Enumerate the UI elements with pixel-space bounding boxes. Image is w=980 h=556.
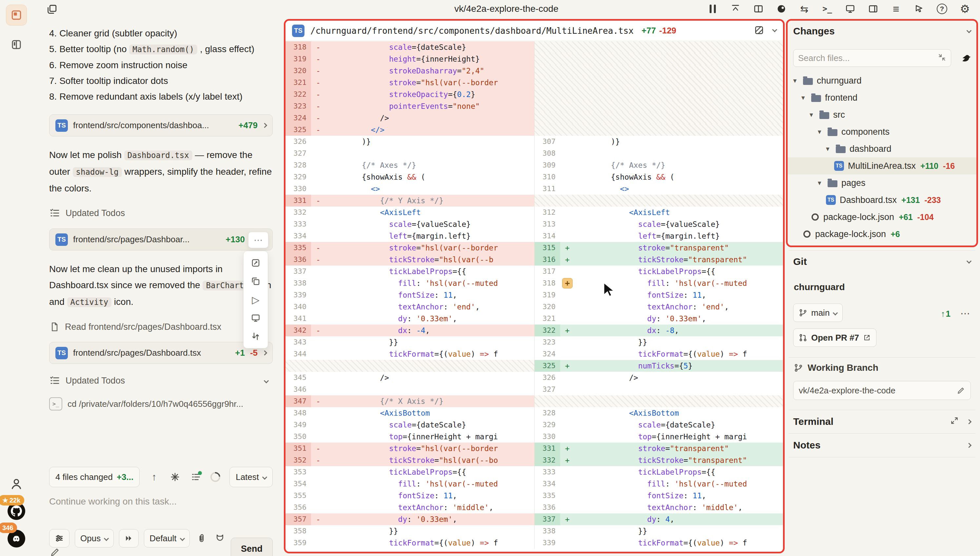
tree-file-MultiLineArea.tsx[interactable]: TSMultiLineArea.tsx+110-16	[786, 157, 978, 175]
diff-line-new[interactable]: 326 />	[534, 372, 783, 383]
diff-line-old[interactable]: 333 scale={valueScale}	[286, 218, 534, 230]
notes-section-header[interactable]: Notes	[793, 438, 971, 453]
diff-line-new[interactable]: 332+ tickStroke="transparent"	[534, 454, 783, 466]
diff-line-new[interactable]: 318+ fill: 'hsl(var(--muted	[534, 277, 783, 289]
working-branch-field[interactable]	[793, 381, 971, 400]
discord-icon[interactable]: 346	[8, 530, 25, 548]
diff-line-old[interactable]: 358 }}	[286, 525, 534, 537]
ink-blob-icon[interactable]	[775, 2, 788, 16]
diff-line-new[interactable]: 323 }}	[534, 336, 783, 348]
commits-ahead[interactable]: ↑1	[941, 309, 951, 319]
caret-down-icon[interactable]: ▾	[801, 94, 810, 102]
add-comment-marker[interactable]: +	[562, 278, 573, 288]
diff-line-new[interactable]: 319 fontSize: 11,	[534, 289, 783, 301]
diff-line-old[interactable]: 343 }}	[286, 336, 534, 348]
diff-line-old[interactable]: 334 left={margin.left}	[286, 230, 534, 242]
diff-line-old[interactable]: 349 scale={dateScale}	[286, 419, 534, 431]
tree-file-Dashboard.tsx[interactable]: TSDashboard.tsx+131-233	[786, 191, 978, 208]
send-button[interactable]: Send	[231, 538, 273, 556]
git-section-header[interactable]: Git	[793, 254, 971, 269]
updated-todos-row[interactable]: Updated Todos	[49, 207, 273, 219]
edit-pencil-icon[interactable]	[957, 386, 965, 395]
diff-line-new[interactable]: 338 }}	[534, 525, 783, 537]
task-input[interactable]	[49, 496, 273, 507]
diff-line-new[interactable]: 324 tickFormat={(value) => f	[534, 348, 783, 360]
diff-line-old[interactable]: 330 <>	[286, 183, 534, 195]
diff-line-old[interactable]: 320- strokeDasharray="2,4"	[286, 65, 534, 77]
diff-line-new[interactable]: 310 {showAxis && (	[534, 171, 783, 183]
diff-line-new[interactable]: 320 textAnchor: 'end',	[534, 301, 783, 313]
tree-folder-components[interactable]: ▾components	[786, 123, 978, 140]
caret-down-icon[interactable]: ▾	[793, 77, 802, 84]
tree-folder-dashboard[interactable]: ▾dashboard	[786, 140, 978, 157]
diff-line-new[interactable]: 322+ dx: -8,	[534, 325, 783, 336]
diff-line-old[interactable]: 355 fontSize: 11,	[286, 490, 534, 501]
file-chip-pages-dashboard[interactable]: TS frontend/src/pages/Dashboar... +130 -…	[49, 228, 273, 251]
git-compare-icon[interactable]: ⇆	[798, 2, 811, 16]
diff-line-new[interactable]: 308	[534, 147, 783, 159]
git-compare-icon[interactable]	[248, 328, 263, 344]
profile-icon[interactable]	[6, 475, 27, 492]
diff-line-old[interactable]: 319- height={innerHeight}	[286, 53, 534, 65]
diff-line-new[interactable]: 336 textAnchor: 'middle',	[534, 501, 783, 513]
tree-folder-pages[interactable]: ▾pages	[786, 175, 978, 191]
diff-line-new[interactable]: 337+ dy: 4,	[534, 513, 783, 525]
tree-file-package-lock.json[interactable]: package-lock.json+6	[786, 226, 978, 242]
diff-line-new[interactable]: 312 <AxisLeft	[534, 207, 783, 218]
diff-line-old[interactable]: 332 <AxisLeft	[286, 207, 534, 218]
pointer-icon[interactable]	[912, 2, 925, 16]
more-options-icon[interactable]: ⋯	[960, 307, 971, 319]
diff-line-old[interactable]: 348 <AxisBottom	[286, 407, 534, 419]
copy-icon[interactable]	[248, 273, 263, 289]
pencil-icon[interactable]	[50, 547, 60, 556]
fast-forward-button[interactable]	[119, 529, 139, 548]
menu-icon[interactable]: ≡	[890, 2, 903, 16]
diff-line-new[interactable]: 315+ stroke="transparent"	[534, 242, 783, 254]
diff-line-old[interactable]: 346	[286, 383, 534, 395]
settings-gear-icon[interactable]: ⚙	[958, 2, 972, 16]
file-chip-pages-dashboard-2[interactable]: TS frontend/src/pages/Dashboard.tsx +1 -…	[49, 342, 273, 364]
caret-down-icon[interactable]: ▾	[818, 179, 826, 187]
diff-line-old[interactable]: 335- stroke="hsl(var(--border	[286, 242, 534, 254]
settings-sliders-button[interactable]	[49, 529, 69, 548]
collapse-diff-chevron[interactable]	[772, 27, 777, 32]
window-restore-icon[interactable]	[45, 3, 58, 16]
diff-line-new[interactable]: 316+ tickStroke="transparent"	[534, 254, 783, 265]
diff-line-new[interactable]: 307 )}	[534, 136, 783, 147]
diff-line-old[interactable]: 325- </>	[286, 124, 534, 136]
tree-file-package-lock.json[interactable]: package-lock.json+61-104	[786, 208, 978, 226]
diff-line-old[interactable]: 342- dx: -4,	[286, 325, 534, 336]
edit-note-icon[interactable]	[248, 255, 263, 271]
diff-line-old[interactable]: 340 textAnchor: 'end',	[286, 301, 534, 313]
collapse-tree-icon[interactable]	[938, 53, 946, 63]
diff-line-old[interactable]: 322- strokeOpacity={0.2}	[286, 89, 534, 100]
diff-line-old[interactable]: 345 />	[286, 372, 534, 383]
diff-view-toggle-icon[interactable]	[754, 25, 764, 37]
monitor-icon[interactable]	[248, 310, 263, 326]
diff-line-old[interactable]: 327	[286, 147, 534, 159]
diff-line-new[interactable]: 335 fontSize: 11,	[534, 490, 783, 501]
diff-line-old[interactable]: 347- {/* X Axis */}	[286, 395, 534, 407]
help-icon[interactable]: ?	[935, 2, 949, 16]
diff-line-old[interactable]: 329 {showAxis && (	[286, 171, 534, 183]
diff-file-path[interactable]: /churnguard/frontend/src/components/dash…	[310, 26, 634, 36]
diff-line-new[interactable]: 333 tickLabelProps={{	[534, 466, 783, 478]
play-icon[interactable]: ▷	[248, 292, 263, 307]
terminal-command-row[interactable]: >_ cd /private/var/folders/10/h7w0q46556…	[49, 397, 273, 411]
chevron-down-icon[interactable]	[264, 378, 269, 383]
diff-line-old[interactable]: 331- {/* Y Axis */}	[286, 195, 534, 207]
terminal-section-header[interactable]: Terminal	[793, 414, 971, 429]
diff-line-new[interactable]: 314 left={margin.left}	[534, 230, 783, 242]
diff-line-old[interactable]: 318- scale={dateScale}	[286, 41, 534, 53]
changes-section-header[interactable]: Changes	[793, 24, 971, 39]
cat-icon[interactable]	[213, 532, 226, 545]
latest-dropdown[interactable]: Latest	[229, 467, 273, 487]
diff-line-new[interactable]: 311 <>	[534, 183, 783, 195]
rail-tab-editor[interactable]	[6, 5, 27, 26]
diff-line-new[interactable]: 334 fill: 'hsl(var(--muted	[534, 478, 783, 490]
chevron-right-icon[interactable]	[967, 419, 972, 424]
diff-line-old[interactable]: 351- stroke="hsl(var(--border	[286, 443, 534, 454]
search-input[interactable]	[798, 53, 935, 63]
diff-line-new[interactable]: 321 dy: '0.33em',	[534, 313, 783, 325]
diff-line-old[interactable]: 328 {/* Axes */}	[286, 159, 534, 171]
